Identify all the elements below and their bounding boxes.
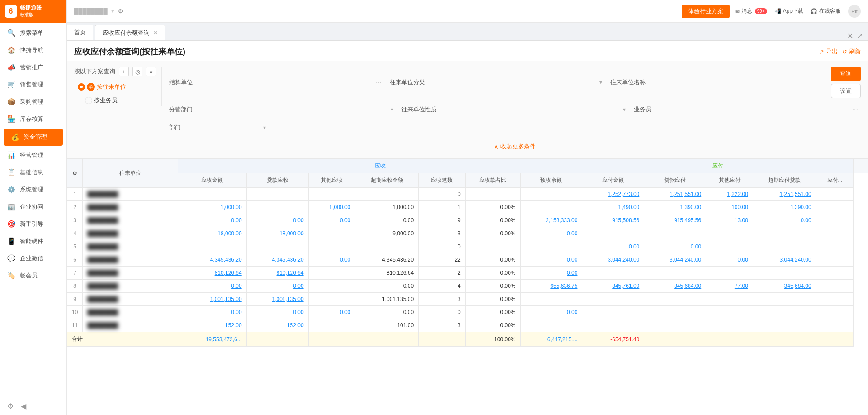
row-ar-prepay[interactable]	[520, 240, 582, 253]
sidebar-item-hardware[interactable]: 📱 智能硬件	[0, 233, 66, 250]
row-ar-loan[interactable]: 4,345,436.20	[246, 253, 308, 267]
user-avatar[interactable]: Rit	[848, 5, 861, 18]
row-ap-overdue[interactable]: 1,251,551.00	[753, 188, 816, 201]
total-ar-amount[interactable]: 19,553,472,6...	[178, 332, 246, 347]
row-ap-amount[interactable]	[582, 227, 644, 240]
sidebar-item-quick[interactable]: 🏠 快捷导航	[0, 42, 66, 59]
footer-settings-icon[interactable]: ⚙	[7, 402, 14, 410]
filter-arrow-btn[interactable]: «	[146, 67, 156, 76]
settings-button[interactable]: 设置	[831, 84, 861, 98]
salesperson-input[interactable]: ···	[655, 103, 861, 116]
row-ap-amount[interactable]: 345,761.00	[582, 280, 644, 293]
row-ar-other[interactable]	[308, 227, 355, 240]
row-ap-loan[interactable]: 1,251,551.00	[644, 188, 706, 201]
sidebar-item-finance[interactable]: 💰 资金管理	[4, 129, 63, 146]
row-ar-loan[interactable]: 1,001,135.00	[246, 293, 308, 306]
row-ap-other[interactable]	[706, 319, 753, 332]
row-ar-amount[interactable]	[178, 188, 246, 201]
sidebar-item-enterprise[interactable]: 🏢 企业协同	[0, 198, 66, 215]
row-ar-loan[interactable]: 18,000.00	[246, 227, 308, 240]
row-ar-amount[interactable]: 152.00	[178, 319, 246, 332]
service-action[interactable]: 🎧 在线客服	[811, 7, 841, 15]
row-ap-overdue[interactable]	[753, 240, 816, 253]
row-ar-other[interactable]	[308, 319, 355, 332]
export-button[interactable]: ↗ 导出	[819, 48, 838, 56]
unit-category-select[interactable]: ▾	[429, 76, 605, 89]
row-ap-loan[interactable]: 1,390.00	[644, 201, 706, 214]
industry-btn[interactable]: 体验行业方案	[682, 5, 730, 18]
total-ar-prepay[interactable]: 6,417,215....	[520, 332, 582, 347]
row-ar-loan[interactable]: 0.00	[246, 280, 308, 293]
row-ap-amount[interactable]: 1,252,773.00	[582, 188, 644, 201]
row-ap-other[interactable]: 1,222.00	[706, 188, 753, 201]
row-ap-loan[interactable]	[644, 319, 706, 332]
row-ap-loan[interactable]	[644, 293, 706, 306]
row-ap-amount[interactable]: 0.00	[582, 240, 644, 253]
row-ar-prepay[interactable]: 0.00	[520, 227, 582, 240]
row-ap-amount[interactable]	[582, 293, 644, 306]
row-ap-other[interactable]: 13.00	[706, 214, 753, 227]
row-ap-amount[interactable]: 1,490.00	[582, 201, 644, 214]
row-ar-other[interactable]	[308, 280, 355, 293]
sidebar-item-basic[interactable]: 📋 基础信息	[0, 164, 66, 181]
row-ap-overdue[interactable]	[753, 306, 816, 319]
branch-dept-select[interactable]: ▾	[196, 103, 396, 116]
row-ap-overdue[interactable]	[753, 267, 816, 280]
row-ap-other[interactable]	[706, 227, 753, 240]
window-close-icon[interactable]: ✕	[847, 32, 853, 40]
sidebar-item-system[interactable]: ⚙️ 系统管理	[0, 181, 66, 198]
settlement-unit-input[interactable]: ···	[196, 76, 384, 89]
row-ar-loan[interactable]: 0.00	[246, 306, 308, 319]
row-ar-prepay[interactable]	[520, 293, 582, 306]
col-settings-icon[interactable]: ⚙	[67, 159, 83, 188]
row-ap-overdue[interactable]: 1,390.00	[753, 201, 816, 214]
row-ar-amount[interactable]: 0.00	[178, 214, 246, 227]
row-ap-other[interactable]	[706, 240, 753, 253]
tab-ar-query[interactable]: 应收应付余额查询 ✕	[95, 25, 165, 40]
query-button[interactable]: 查询	[831, 67, 861, 81]
unit-nature-select[interactable]: ▾	[440, 103, 628, 116]
row-ap-loan[interactable]: 915,495.56	[644, 214, 706, 227]
row-ar-loan[interactable]: 152.00	[246, 319, 308, 332]
footer-collapse-icon[interactable]: ◀	[21, 402, 26, 410]
row-ap-amount[interactable]: 3,044,240.00	[582, 253, 644, 267]
row-ar-amount[interactable]	[178, 240, 246, 253]
row-ap-amount[interactable]: 915,508.56	[582, 214, 644, 227]
sidebar-item-sales[interactable]: 🛒 销售管理	[0, 76, 66, 93]
sidebar-item-member[interactable]: 🏷️ 畅会员	[0, 267, 66, 284]
download-action[interactable]: 📲 App下载	[774, 7, 803, 15]
row-ar-other[interactable]: 0.00	[308, 253, 355, 267]
sidebar-item-marketing[interactable]: 📣 营销推广	[0, 59, 66, 76]
row-ap-other[interactable]	[706, 306, 753, 319]
row-ap-amount[interactable]	[582, 267, 644, 280]
row-ar-amount[interactable]: 0.00	[178, 306, 246, 319]
row-ap-other[interactable]: 100.00	[706, 201, 753, 214]
row-ap-amount[interactable]	[582, 306, 644, 319]
row-ap-loan[interactable]: 345,684.00	[644, 280, 706, 293]
row-ar-amount[interactable]: 18,000.00	[178, 227, 246, 240]
row-ar-amount[interactable]: 810,126.64	[178, 267, 246, 280]
row-ar-amount[interactable]: 1,000.00	[178, 201, 246, 214]
filter-option-by-employee[interactable]: 按业务员	[74, 95, 156, 106]
settings-gear[interactable]: ⚙	[118, 8, 123, 14]
row-ar-prepay[interactable]: 0.00	[520, 306, 582, 319]
row-ap-overdue[interactable]: 3,044,240.00	[753, 253, 816, 267]
row-ap-overdue[interactable]	[753, 227, 816, 240]
row-ap-amount[interactable]	[582, 319, 644, 332]
unit-name-input[interactable]	[649, 76, 826, 89]
row-ap-overdue[interactable]	[753, 293, 816, 306]
row-ap-loan[interactable]	[644, 267, 706, 280]
refresh-button[interactable]: ↺ 刷新	[842, 48, 861, 56]
dept-select[interactable]: ▾	[184, 121, 269, 134]
sidebar-item-operations[interactable]: 📊 经营管理	[0, 147, 66, 164]
row-ap-other[interactable]	[706, 267, 753, 280]
sidebar-item-inventory[interactable]: 🏪 库存核算	[0, 110, 66, 128]
row-ap-overdue[interactable]: 345,684.00	[753, 280, 816, 293]
tab-home[interactable]: 首页	[67, 25, 93, 40]
row-ar-amount[interactable]: 0.00	[178, 280, 246, 293]
sidebar-item-wechat[interactable]: 💬 企业微信	[0, 250, 66, 267]
row-ar-other[interactable]	[308, 293, 355, 306]
row-ar-prepay[interactable]	[520, 319, 582, 332]
messages-action[interactable]: ✉ 消息 99+	[735, 7, 767, 15]
row-ar-other[interactable]	[308, 240, 355, 253]
